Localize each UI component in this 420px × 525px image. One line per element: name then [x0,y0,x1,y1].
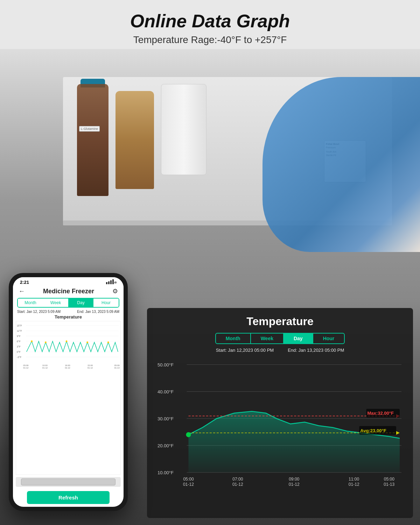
main-title: Online Data Graph [0,10,420,31]
svg-text:01-12: 01-12 [42,367,48,369]
chart-end-date: End: Jan 13,2023 05:00 PM [288,348,344,353]
chart-tab-day[interactable]: Day [284,333,313,344]
chart-tab-week[interactable]: Week [251,333,284,344]
chart-tab-hour[interactable]: Hour [313,333,345,344]
svg-marker-48 [396,431,400,435]
phone-screen-title: Medicine Freezer [43,288,94,295]
svg-text:05:09: 05:09 [23,364,29,366]
phone-tab-week[interactable]: Week [43,299,68,307]
svg-text:05:09: 05:09 [114,364,120,366]
svg-text:30.00°F: 30.00°F [158,416,174,421]
svg-text:01-12: 01-12 [88,367,93,369]
svg-rect-0 [106,282,107,284]
svg-text:01-13: 01-13 [114,367,120,369]
svg-text:12°F: 12°F [17,330,22,332]
phone-chart-area: 15°F 12°F 9°F 6°F 3°F 0°F -3°F [16,321,121,475]
chart-tab-month[interactable]: Month [215,333,251,344]
svg-rect-3 [112,279,114,284]
svg-text:15°F: 15°F [17,324,22,327]
svg-text:20.00°F: 20.00°F [158,443,174,448]
svg-marker-44 [189,411,400,472]
svg-text:40.00°F: 40.00°F [158,389,174,394]
svg-text:10.00°F: 10.00°F [158,470,174,475]
back-icon[interactable]: ← [19,288,25,295]
svg-text:11:00: 11:00 [349,477,359,482]
svg-rect-2 [110,280,112,284]
phone-nav-header: ← Medicine Freezer ⚙ [13,286,124,298]
svg-text:6°F: 6°F [17,340,21,343]
svg-point-49 [186,432,191,437]
svg-text:50.00°F: 50.00°F [158,362,174,368]
svg-point-22 [86,342,88,343]
phone-chart-title: Temperature [13,314,124,320]
top-section: Online Data Graph Temperature Rage:-40°F… [0,0,420,49]
phone-signal: 4G [106,279,117,285]
svg-text:22:00: 22:00 [88,364,93,366]
chart-start-date: Start: Jan 12,2023 05:00 PM [216,348,274,353]
svg-text:01-12: 01-12 [289,482,300,487]
svg-point-19 [31,341,33,342]
svg-text:07:00: 07:00 [232,477,243,482]
bottle-amber [115,91,154,189]
phone-date-range: Start: Jan 12, 2023 5:09 AM End: Jan 13,… [13,310,124,314]
phone-time: 2:21 [20,280,29,285]
phone-screen: 2:21 4G ← Medicine Freezer [13,277,124,507]
svg-text:05:00: 05:00 [384,477,394,482]
phone-tab-month[interactable]: Month [18,299,43,307]
phone-status-bar: 2:21 4G [13,277,124,286]
fridge-image-area: Fetal Bovi Premium Youth Am Sterile Fil … [0,49,420,301]
phone-tab-hour[interactable]: Hour [93,299,119,307]
chart-area: 50.00°F 40.00°F 30.00°F 20.00°F 10.00°F [157,356,403,489]
svg-text:05:00: 05:00 [183,477,194,482]
svg-text:3°F: 3°F [17,345,21,348]
gloved-hand [262,77,420,252]
bottle-brown [77,84,108,196]
svg-text:01-12: 01-12 [349,482,359,487]
phone-start-date: Start: Jan 12, 2023 5:09 AM [17,310,61,314]
svg-point-23 [107,342,109,343]
svg-rect-1 [108,281,110,284]
phone-tab-day[interactable]: Day [68,299,93,307]
phone-end-date: End: Jan 13, 2023 5:09 AM [77,310,119,314]
sub-title: Temperature Rage:-40°F to +257°F [0,34,420,46]
svg-text:0°F: 0°F [17,351,21,353]
svg-text:4G: 4G [114,281,117,284]
svg-text:16:00: 16:00 [65,364,71,366]
chart-panel: Temperature Month Week Day Hour Start: J… [147,308,413,518]
svg-text:01-13: 01-13 [384,482,394,487]
svg-text:-3°F: -3°F [17,356,21,358]
chart-tab-group: Month Week Day Hour [157,333,403,344]
phone-device: 2:21 4G ← Medicine Freezer [9,273,128,511]
svg-point-21 [66,341,68,342]
bottom-section: 2:21 4G ← Medicine Freezer [0,301,420,525]
svg-text:9°F: 9°F [17,335,21,337]
phone-slider-thumb [21,478,115,485]
chart-date-range: Start: Jan 12,2023 05:00 PM End: Jan 13,… [157,348,403,353]
phone-chart-slider[interactable] [16,477,121,487]
svg-text:Avg:23.00°F: Avg:23.00°F [360,428,386,433]
svg-text:01-12: 01-12 [232,482,243,487]
phone-chart-svg: 15°F 12°F 9°F 6°F 3°F 0°F -3°F [16,321,120,370]
phone-tab-group: Month Week Day Hour [17,298,119,308]
svg-point-20 [45,342,47,343]
refresh-button[interactable]: Refresh [27,491,110,504]
svg-text:Max:32.00°F: Max:32.00°F [367,411,394,416]
svg-text:10:00: 10:00 [42,364,48,366]
chart-panel-title: Temperature [157,315,403,328]
chart-svg: 50.00°F 40.00°F 30.00°F 20.00°F 10.00°F [157,356,403,489]
bottle-white: Fetal Bovi Premium Youth Am Sterile Fil [161,84,206,175]
svg-text:01-12: 01-12 [183,482,194,487]
svg-text:01-12: 01-12 [23,367,29,369]
lglutamine-label: L-Glutamine [79,126,100,132]
svg-text:09:00: 09:00 [289,477,299,482]
phone-mockup: 2:21 4G ← Medicine Freezer [9,273,128,511]
settings-icon[interactable]: ⚙ [112,287,118,295]
svg-text:01-12: 01-12 [65,367,70,369]
